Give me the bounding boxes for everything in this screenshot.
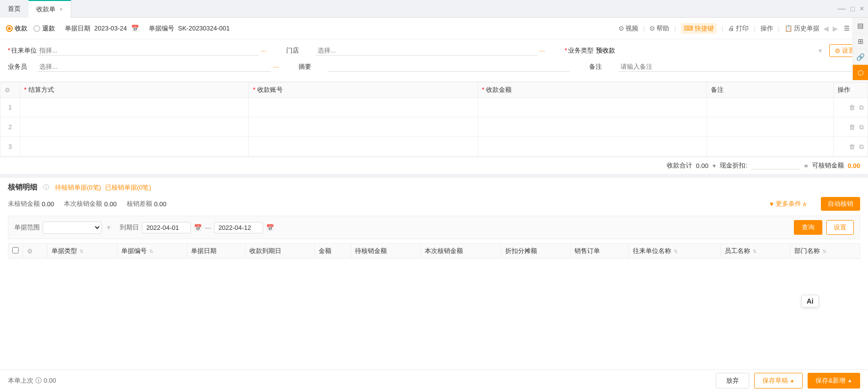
th-amount: * 收款金额: [478, 83, 706, 98]
radio-refund[interactable]: 退款: [33, 24, 55, 33]
abandon-btn[interactable]: 放弃: [716, 373, 749, 389]
row-settle-3[interactable]: [20, 137, 249, 157]
win-maximize[interactable]: □: [850, 5, 854, 13]
store-input[interactable]: [316, 46, 537, 56]
range-label: 单据范围: [14, 223, 40, 232]
row-account-3[interactable]: [249, 137, 478, 157]
divider5: |: [778, 25, 780, 32]
view-list-icon[interactable]: ☰: [842, 24, 852, 33]
row-amount-3[interactable]: [478, 137, 706, 157]
store-more-btn[interactable]: ···: [539, 47, 545, 55]
help-btn[interactable]: ⊙ 帮助: [650, 24, 669, 33]
query-btn[interactable]: 查询: [794, 220, 822, 235]
sort-num-icon[interactable]: ⇅: [149, 249, 153, 254]
more-conditions-btn[interactable]: ▼ 更多条件 ∧: [768, 199, 807, 208]
sort-staff-icon[interactable]: ⇅: [753, 249, 757, 254]
th-due-date: 收款到期日: [245, 244, 314, 259]
last-icon[interactable]: ⓘ: [35, 376, 42, 385]
row-account-2[interactable]: [249, 117, 478, 137]
receipt-type-group: 收款 退款: [6, 24, 55, 33]
toolbar: 收款 退款 单据日期 2023-03-24 📅 单据编号 SK-20230324…: [0, 18, 868, 39]
date-label: 单据日期: [65, 24, 90, 33]
hexiao-stats: 未核销金额 0.00 本次核销金额 0.00 核销差额 0.00 ▼ 更多条件 …: [8, 197, 860, 211]
shortcut-btn[interactable]: ⌨ 快捷键: [681, 23, 717, 34]
tab-active-label: 收款单: [36, 5, 55, 14]
num-value: SK-20230324-001: [178, 25, 230, 32]
tab-close-btn[interactable]: ×: [59, 6, 63, 13]
delete-icon-3[interactable]: 🗑: [849, 143, 855, 150]
hexiao-info-icon[interactable]: ⓘ: [43, 183, 49, 192]
nav-left[interactable]: ◀: [823, 25, 829, 32]
row-remark-2[interactable]: [706, 117, 833, 137]
biztype-dropdown-icon[interactable]: ▼: [817, 47, 823, 55]
delete-icon-2[interactable]: 🗑: [849, 123, 855, 131]
tab-home[interactable]: 首页: [0, 0, 28, 18]
bottom-gear-icon[interactable]: ⚙: [27, 248, 33, 255]
date-from-input[interactable]: [142, 222, 191, 233]
copy-icon-3[interactable]: ⧉: [859, 143, 864, 150]
staff-field: 业务员 ···: [8, 62, 279, 72]
print-btn[interactable]: 🖨 打印: [728, 24, 749, 33]
sidebar-icon-3[interactable]: 🔗: [853, 49, 868, 65]
row-remark-3[interactable]: [706, 137, 833, 157]
row-amount-1[interactable]: [478, 98, 706, 117]
tab-done[interactable]: 已核销单据(0笔): [105, 183, 151, 192]
sidebar-icon-2[interactable]: ⊞: [853, 33, 868, 49]
hexiao-tabs: 待核销单据(0笔) 已核销单据(0笔): [55, 183, 151, 192]
counterpart-more-btn[interactable]: ···: [261, 47, 267, 55]
video-btn[interactable]: ⊙ 视频: [619, 24, 638, 33]
staff-input[interactable]: [37, 62, 271, 72]
this-check-label: 本次核销金额: [64, 199, 102, 208]
copy-icon-2[interactable]: ⧉: [859, 123, 864, 131]
sort-counterpart-icon[interactable]: ⇅: [674, 249, 678, 254]
sort-dept-icon[interactable]: ⇅: [822, 249, 826, 254]
cal-from-icon[interactable]: 📅: [194, 224, 202, 231]
staff-label: 业务员: [8, 62, 37, 71]
table-gear-icon[interactable]: ⚙: [4, 86, 10, 94]
operations-btn[interactable]: 操作: [760, 24, 773, 33]
row-account-1[interactable]: [249, 98, 478, 117]
stat-this-check: 本次核销金额 0.00: [64, 199, 116, 208]
select-all-checkbox[interactable]: [12, 247, 19, 253]
win-close[interactable]: ×: [860, 4, 864, 13]
row-settle-2[interactable]: [20, 117, 249, 137]
summary-label: 摘要: [298, 62, 328, 71]
row-settle-1[interactable]: [20, 98, 249, 117]
required-amount: *: [482, 86, 485, 93]
row-amount-2[interactable]: [478, 117, 706, 137]
row-remark-1[interactable]: [706, 98, 833, 117]
auto-btn[interactable]: 自动核销: [821, 197, 860, 211]
cal-to-icon[interactable]: 📅: [266, 224, 274, 231]
staff-more-btn[interactable]: ···: [273, 63, 279, 71]
discount-input[interactable]: [751, 162, 800, 169]
ai-badge[interactable]: Ai: [801, 295, 819, 307]
footer-actions: 放弃 保存草稿 ▲ 保存&新增 ▲: [716, 373, 860, 389]
copy-icon-1[interactable]: ⧉: [859, 104, 864, 111]
doc-num-group: 单据编号 SK-20230324-001: [149, 24, 230, 33]
tab-pending[interactable]: 待核销单据(0笔): [55, 183, 101, 192]
this-check-val: 0.00: [104, 200, 116, 208]
required-star2: *: [565, 47, 567, 54]
sort-type-icon[interactable]: ⇅: [80, 249, 83, 254]
tab-active[interactable]: 收款单 ×: [28, 0, 71, 18]
shortcut-icon: ⌨: [684, 25, 693, 32]
counterpart-input[interactable]: [37, 46, 259, 56]
win-minimize[interactable]: —: [838, 4, 845, 13]
sidebar-icon-4[interactable]: ⬡: [853, 65, 868, 81]
save-draft-label: 保存草稿: [762, 376, 788, 385]
remark-input[interactable]: [619, 62, 860, 72]
row-num-2: 2: [0, 117, 20, 137]
nav-right[interactable]: ▶: [833, 25, 838, 32]
radio-receipt[interactable]: 收款: [6, 24, 27, 33]
save-draft-btn[interactable]: 保存草稿 ▲: [754, 373, 803, 389]
date-to-input[interactable]: [214, 222, 263, 233]
history-btn[interactable]: 📋 历史单据: [785, 24, 819, 33]
range-select[interactable]: [43, 222, 102, 234]
save-new-btn[interactable]: 保存&新增 ▲: [808, 373, 860, 389]
filter-settings-btn[interactable]: 设置: [826, 220, 854, 235]
delete-icon-1[interactable]: 🗑: [849, 104, 855, 111]
summary-input[interactable]: [328, 62, 570, 72]
sidebar-icon-1[interactable]: ▤: [853, 18, 868, 33]
calendar-icon[interactable]: 📅: [131, 25, 139, 32]
store-label: 门店: [286, 46, 316, 55]
